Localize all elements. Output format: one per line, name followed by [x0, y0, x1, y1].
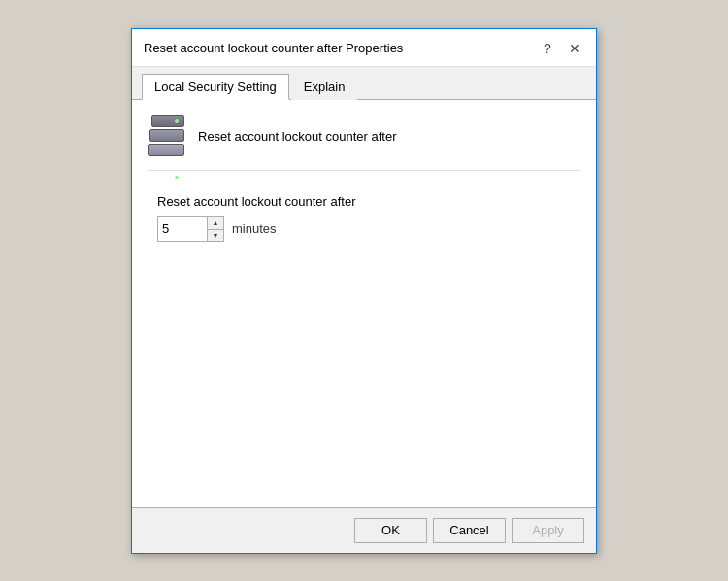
dialog-title: Reset account lockout counter after Prop… [144, 41, 403, 55]
setting-label: Reset account lockout counter after [157, 194, 571, 209]
close-button[interactable]: ✕ [565, 39, 584, 58]
server-icon [148, 115, 186, 158]
spinner-row: ▲ ▼ minutes [157, 216, 571, 242]
spin-down-button[interactable]: ▼ [208, 229, 223, 241]
tab-content: Reset account lockout counter after Rese… [132, 100, 596, 507]
help-button[interactable]: ? [538, 39, 557, 58]
cancel-button[interactable]: Cancel [433, 518, 506, 543]
title-bar: Reset account lockout counter after Prop… [132, 29, 596, 67]
setting-section: Reset account lockout counter after ▲ ▼ … [148, 194, 580, 242]
title-bar-left: Reset account lockout counter after Prop… [144, 41, 403, 55]
minutes-input[interactable] [158, 217, 207, 241]
title-bar-right: ? ✕ [538, 39, 584, 58]
policy-header: Reset account lockout counter after [148, 115, 580, 171]
tab-explain[interactable]: Explain [291, 74, 358, 100]
tab-bar: Local Security Setting Explain [132, 67, 596, 100]
spinner-wrapper: ▲ ▼ [157, 216, 224, 242]
policy-header-title: Reset account lockout counter after [198, 129, 397, 144]
ok-button[interactable]: OK [354, 518, 427, 543]
properties-dialog: Reset account lockout counter after Prop… [131, 28, 597, 554]
apply-button[interactable]: Apply [512, 518, 584, 543]
tab-local-security-setting[interactable]: Local Security Setting [142, 74, 289, 100]
footer: OK Cancel Apply [132, 507, 596, 553]
spinner-buttons: ▲ ▼ [207, 217, 223, 241]
spin-up-button[interactable]: ▲ [208, 217, 223, 229]
minutes-label: minutes [232, 221, 277, 236]
